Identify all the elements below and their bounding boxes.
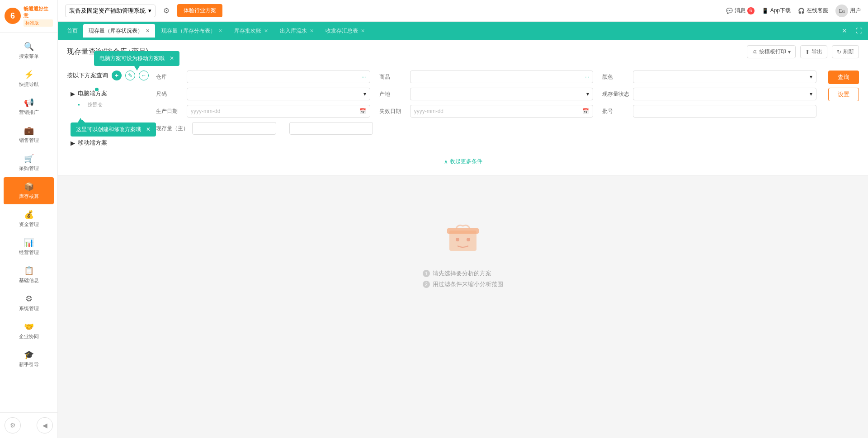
scheme-item-pc[interactable]: ▶ 电脑端方案 xyxy=(67,88,149,99)
size-dropdown-icon: ▾ xyxy=(363,91,366,97)
sidebar-label-search: 搜索菜单 xyxy=(19,53,39,60)
prod-date-label: 生产日期 xyxy=(156,108,183,115)
scheme-item-mobile[interactable]: ▶ 移动端方案 xyxy=(67,137,149,149)
print-template-button[interactable]: 🖨 按模板打印 ▾ xyxy=(747,45,796,58)
filter-row-warehouse: 仓库 ··· xyxy=(156,71,370,83)
calendar-icon-expiry[interactable]: 📅 xyxy=(582,108,589,114)
tab-summary-label: 收发存汇总表 xyxy=(326,27,358,35)
origin-input[interactable]: ▾ xyxy=(410,88,594,100)
online-support-button[interactable]: 🎧 在线客服 xyxy=(798,7,828,14)
message-icon: 💬 xyxy=(726,8,733,14)
tab-batch-ledger-close[interactable]: ✕ xyxy=(264,28,268,34)
collapse-sidebar-btn[interactable]: ◀ xyxy=(37,417,53,433)
tab-close-all-btn[interactable]: ✕ xyxy=(839,25,850,36)
back-scheme-button[interactable]: ← xyxy=(139,71,149,80)
tab-summary[interactable]: 收发存汇总表 ✕ xyxy=(320,24,370,38)
guide-icon: 🎓 xyxy=(24,350,34,360)
tooltip1-close[interactable]: ✕ xyxy=(170,55,174,61)
stock-qty-to-input[interactable] xyxy=(289,122,373,135)
scheme-sub-label: 按照仓 xyxy=(83,101,103,108)
prod-date-input[interactable]: yyyy-mm-dd 📅 xyxy=(187,105,370,118)
tab-inout-flow-close[interactable]: ✕ xyxy=(310,28,314,34)
filter-header: 按以下方案查询 + ✎ ← xyxy=(67,71,149,80)
sidebar-item-quicknav[interactable]: ⚡ 快捷导航 xyxy=(4,65,54,92)
scheme-item-sub[interactable]: ▪ 按照仓 xyxy=(67,99,149,110)
enterprise-icon: 🤝 xyxy=(24,322,34,332)
sidebar-item-basic[interactable]: 📋 基础信息 xyxy=(4,261,54,288)
size-input[interactable]: ▾ xyxy=(187,88,370,100)
warehouse-input[interactable]: ··· xyxy=(187,71,370,83)
scheme-mobile-label: 移动端方案 xyxy=(78,139,107,147)
product-input[interactable]: ··· xyxy=(410,71,594,83)
sidebar-item-sales[interactable]: 💼 销售管理 xyxy=(4,121,54,148)
app-download-button[interactable]: 📱 App下载 xyxy=(762,7,791,14)
sidebar-label-sales: 销售管理 xyxy=(19,137,39,144)
svg-point-3 xyxy=(467,238,470,241)
logo-tag: 标准版 xyxy=(24,19,53,27)
scheme-sub-arrow: ▪ xyxy=(78,101,80,108)
export-button[interactable]: ⬆ 导出 xyxy=(800,45,827,58)
tab-batch-ledger[interactable]: 库存批次账 ✕ xyxy=(229,24,274,38)
color-input[interactable]: ▾ xyxy=(633,71,816,83)
warehouse-dots[interactable]: ··· xyxy=(362,74,366,80)
system-title: 装备及固定资产辅助管理系统 xyxy=(69,7,146,15)
sidebar-item-search[interactable]: 🔍 搜索菜单 xyxy=(4,37,54,64)
tab-summary-close[interactable]: ✕ xyxy=(361,28,365,34)
sidebar-item-purchase[interactable]: 🛒 采购管理 xyxy=(4,149,54,176)
sidebar-item-system[interactable]: ⚙ 系统管理 xyxy=(4,289,54,316)
tab-inout-flow[interactable]: 出入库流水 ✕ xyxy=(274,24,319,38)
industry-plan-button[interactable]: 体验行业方案 xyxy=(177,4,222,17)
sidebar-item-marketing[interactable]: 📢 营销推广 xyxy=(4,93,54,120)
tab-inventory-status[interactable]: 现存量（库存状况表） ✕ xyxy=(83,24,155,38)
expiry-date-input[interactable]: yyyy-mm-dd 📅 xyxy=(410,105,594,118)
tab-home[interactable]: 首页 xyxy=(61,24,83,38)
refresh-button[interactable]: ↻ 刷新 xyxy=(832,45,859,58)
stock-qty-from-input[interactable] xyxy=(192,122,276,135)
sidebar-item-operations[interactable]: 📊 经营管理 xyxy=(4,233,54,260)
sidebar-item-inventory[interactable]: 📦 库存核算 xyxy=(4,177,54,204)
purchase-icon: 🛒 xyxy=(24,154,34,164)
sidebar-item-guide[interactable]: 🎓 新手引导 xyxy=(4,345,54,372)
add-scheme-button[interactable]: + xyxy=(112,71,122,80)
print-label: 按模板打印 xyxy=(759,48,786,56)
empty-tip-2: 2 用过滤条件来缩小分析范围 xyxy=(423,280,503,288)
settings-footer-btn[interactable]: ⚙ xyxy=(5,417,21,433)
product-dots[interactable]: ··· xyxy=(585,74,589,80)
settings-gear-button[interactable]: ⚙ xyxy=(160,5,173,17)
tab-expand-btn[interactable]: ⛶ xyxy=(854,25,864,36)
export-label: 导出 xyxy=(811,48,822,56)
tab-inventory-dist[interactable]: 现存量（库存分布表） ✕ xyxy=(156,24,228,38)
tab-inventory-status-close[interactable]: ✕ xyxy=(146,28,150,34)
tooltip1-text: 电脑方案可设为移动方案哦 xyxy=(99,55,165,61)
tip-num-1: 1 xyxy=(423,270,430,277)
operations-icon: 📊 xyxy=(24,238,34,248)
sidebar-label-operations: 经营管理 xyxy=(19,249,39,256)
set-button[interactable]: 设置 xyxy=(828,88,859,101)
batch-label: 批号 xyxy=(602,108,629,115)
sidebar-label-inventory: 库存核算 xyxy=(19,193,39,200)
tab-inventory-dist-close[interactable]: ✕ xyxy=(218,28,222,34)
scheme-arrow-pc: ▶ xyxy=(71,90,75,97)
tooltip2-close[interactable]: ✕ xyxy=(146,126,151,132)
sidebar-footer: ⚙ ◀ xyxy=(0,412,57,438)
app-download-label: App下载 xyxy=(770,7,791,14)
filter-row-batch: 批号 xyxy=(602,105,816,118)
query-button[interactable]: 查询 xyxy=(828,71,859,84)
batch-input[interactable] xyxy=(633,105,816,118)
inventory-icon: 📦 xyxy=(24,182,34,192)
sidebar-item-finance[interactable]: 💰 资金管理 xyxy=(4,205,54,232)
filter-row-origin: 产地 ▾ xyxy=(379,88,594,100)
tooltip2-text: 这里可以创建和修改方案哦 xyxy=(76,126,141,132)
tabs-actions: ✕ ⛶ xyxy=(839,25,864,36)
edit-scheme-button[interactable]: ✎ xyxy=(125,71,135,80)
sidebar-item-enterprise[interactable]: 🤝 企业协同 xyxy=(4,317,54,344)
refresh-label: 刷新 xyxy=(843,48,854,56)
message-button[interactable]: 💬 消息 6 xyxy=(726,7,755,14)
user-menu-button[interactable]: Ea 用户 xyxy=(835,5,861,17)
collapse-more-btn[interactable]: ∧ 收起更多条件 xyxy=(67,154,859,169)
filter-row-stock-status: 现存量状态 ▾ xyxy=(602,88,816,100)
app-title-select[interactable]: 装备及固定资产辅助管理系统 ▾ xyxy=(65,5,156,17)
page-actions: 🖨 按模板打印 ▾ ⬆ 导出 ↻ 刷新 xyxy=(747,45,859,58)
stock-status-input[interactable]: ▾ xyxy=(633,88,816,100)
calendar-icon-prod[interactable]: 📅 xyxy=(359,108,366,114)
